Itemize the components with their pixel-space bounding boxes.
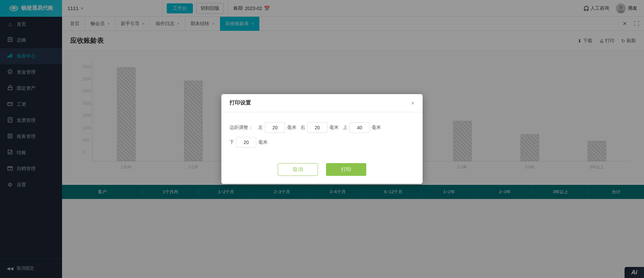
left-margin-input[interactable] bbox=[265, 122, 285, 133]
modal-footer: 取消 打印 bbox=[221, 158, 423, 184]
left-label: 左 bbox=[258, 125, 263, 131]
modal-title: 打印设置 bbox=[229, 99, 251, 107]
bottom-unit: 毫米 bbox=[258, 139, 268, 145]
margin-label: 边距调整： bbox=[229, 125, 253, 131]
modal-overlay: 打印设置 × 边距调整： 左 毫米 右 毫米 上 毫米 bbox=[0, 0, 644, 278]
left-margin-group: 左 毫米 bbox=[258, 122, 297, 133]
right-margin-group: 右 毫米 bbox=[301, 122, 339, 133]
right-margin-input[interactable] bbox=[307, 122, 327, 133]
print-confirm-button[interactable]: 打印 bbox=[326, 163, 366, 176]
bottom-label: 下 bbox=[229, 139, 234, 145]
top-margin-input[interactable] bbox=[350, 122, 370, 133]
top-label: 上 bbox=[343, 125, 347, 131]
margin-row: 边距调整： 左 毫米 右 毫米 上 毫米 下 bbox=[229, 122, 415, 148]
modal-header: 打印设置 × bbox=[221, 94, 423, 112]
print-dialog: 打印设置 × 边距调整： 左 毫米 右 毫米 上 毫米 bbox=[221, 94, 423, 184]
cancel-button[interactable]: 取消 bbox=[278, 163, 318, 176]
top-unit: 毫米 bbox=[372, 125, 381, 131]
right-unit: 毫米 bbox=[329, 125, 339, 131]
left-unit: 毫米 bbox=[287, 125, 297, 131]
right-label: 右 bbox=[301, 125, 305, 131]
top-margin-group: 上 毫米 bbox=[343, 122, 381, 133]
modal-body: 边距调整： 左 毫米 右 毫米 上 毫米 下 bbox=[221, 112, 423, 158]
close-dialog-button[interactable]: × bbox=[411, 100, 415, 106]
bottom-margin-input[interactable] bbox=[236, 137, 256, 148]
bottom-margin-group: 下 毫米 bbox=[229, 137, 268, 148]
